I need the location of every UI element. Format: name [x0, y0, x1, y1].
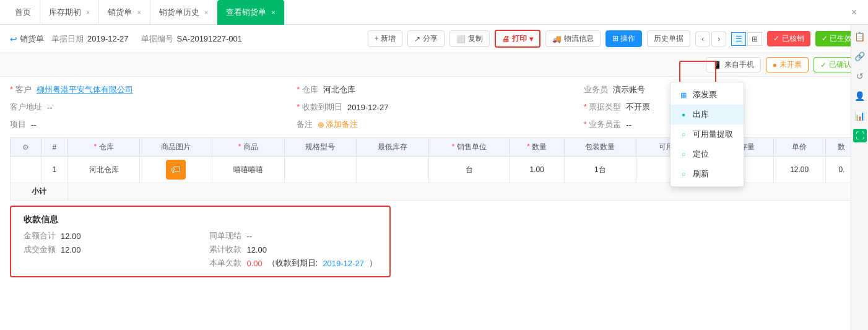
from-phone-label: 来自手机	[724, 59, 754, 70]
nav-next[interactable]: ›	[711, 32, 726, 46]
add-note-label: 添加备注	[326, 119, 358, 130]
tab-sales-history-label: 销货单历史	[159, 7, 199, 18]
tab-view-sales-label: 查看销货单	[226, 7, 266, 18]
sidebar-icon-user[interactable]: 👤	[853, 89, 867, 103]
col-spec: 规格型号	[284, 138, 357, 157]
phone-icon: 📱	[713, 61, 722, 69]
row-image: 🏷	[140, 157, 212, 183]
copy-icon: ⬜	[456, 35, 466, 43]
address-label: 客户地址	[10, 102, 42, 113]
cumulative-label: 累计收款	[209, 244, 241, 255]
due-date-row: 收款到期日 2019-12-27	[297, 102, 571, 113]
doc-meta: 单据日期 2019-12-27 单据编号 SA-20191227-001	[51, 33, 242, 45]
doc-type-label: 销货单	[20, 33, 44, 45]
sidebar-icon-refresh[interactable]: ↺	[853, 69, 867, 83]
doc-date-value: 2019-12-27	[87, 34, 129, 43]
same-order-value: --	[246, 232, 252, 241]
col-pack-qty: 包装数量	[564, 138, 636, 157]
tab-inventory-init-close[interactable]: ×	[86, 9, 90, 16]
sidebar-icon-link[interactable]: 🔗	[853, 50, 867, 63]
history-label: 历史单据	[654, 33, 684, 44]
salesperson2-label: 业务员盂	[584, 119, 622, 130]
tab-view-sales[interactable]: 查看销货单 ×	[217, 0, 284, 25]
add-note-btn[interactable]: ⊕ 添加备注	[318, 119, 358, 130]
cancelled-icon: ✓	[773, 34, 779, 43]
gear-icon: ⚙	[22, 143, 29, 152]
operation-dropdown: ▦ 添发票 ● 出库 ○ 可用量提取 ○ 定位 ○ 刷新	[670, 82, 744, 187]
doc-type: ↩ 销货单	[10, 33, 44, 45]
print-button[interactable]: 🖨 打印 ▾	[495, 30, 540, 48]
locate-label: 定位	[693, 149, 709, 160]
not-opened-icon: ●	[773, 61, 777, 69]
row-product: 嘻嘻嘻嘻	[212, 157, 284, 183]
row-settings	[11, 157, 41, 183]
share-button[interactable]: ↗ 分享	[407, 30, 445, 47]
doc-date-label: 单据日期	[51, 33, 84, 45]
tab-sales-history[interactable]: 销货单历史 ×	[150, 0, 217, 25]
new-button[interactable]: + 新增	[368, 30, 402, 47]
refresh-label: 刷新	[693, 168, 709, 180]
tab-bar: 首页 库存期初 × 销货单 × 销货单历史 × 查看销货单 × ×	[0, 0, 868, 25]
confirm-label: 已确认	[829, 59, 851, 70]
salesperson-value: 演示账号	[613, 84, 645, 95]
tab-sales-order-label: 销货单	[108, 7, 132, 18]
new-label: + 新增	[375, 33, 396, 44]
sidebar-icon-expand[interactable]: ⛶	[853, 129, 867, 142]
project-label: 项目	[10, 119, 26, 130]
effective-icon: ✓	[822, 34, 828, 43]
payment-right: 同单现结 -- 累计收款 12.00 本单欠款 0.00 （收款到期日: 201…	[209, 230, 376, 269]
history-button[interactable]: 历史单据	[647, 30, 690, 47]
doc-header-right: + 新增 ↗ 分享 ⬜ 复制 🖨 打印 ▾ 🚚 物流信息	[368, 30, 858, 48]
operation-button[interactable]: ⊞ 操作	[605, 30, 642, 47]
dropdown-add-invoice[interactable]: ▦ 添发票	[671, 85, 744, 105]
sidebar-icon-chart[interactable]: 📊	[853, 109, 867, 123]
add-invoice-icon: ▦	[679, 90, 688, 99]
tab-sales-history-close[interactable]: ×	[204, 9, 208, 16]
view-list[interactable]: ☰	[731, 32, 746, 46]
ticket-type-value: 不开票	[626, 102, 650, 113]
logistics-label: 物流信息	[564, 33, 594, 44]
view-grid[interactable]: ⊞	[747, 32, 762, 46]
tab-sales-order-close[interactable]: ×	[137, 9, 141, 16]
nav-prev[interactable]: ‹	[695, 32, 710, 46]
from-phone-btn[interactable]: 📱 来自手机	[706, 57, 761, 72]
tab-view-sales-close[interactable]: ×	[271, 9, 275, 16]
dropdown-locate[interactable]: ○ 定位	[671, 144, 744, 164]
col-warehouse: 仓库	[67, 138, 140, 157]
tab-sales-order[interactable]: 销货单 ×	[99, 0, 150, 25]
row-spec	[284, 157, 357, 183]
product-img: 🏷	[166, 160, 186, 180]
same-order-label: 同单现结	[209, 230, 241, 241]
row-min-stock	[357, 157, 429, 183]
doc-date-item: 单据日期 2019-12-27	[51, 33, 129, 45]
doc-header: ↩ 销货单 单据日期 2019-12-27 单据编号 SA-20191227-0…	[0, 25, 868, 53]
not-opened-btn[interactable]: ● 未开票	[766, 57, 809, 72]
project-row: 项目 --	[10, 119, 284, 130]
tab-home-label: 首页	[15, 7, 31, 18]
share-label: 分享	[423, 33, 438, 44]
dropdown-refresh[interactable]: ○ 刷新	[671, 164, 744, 184]
logistics-button[interactable]: 🚚 物流信息	[545, 30, 601, 47]
address-row: 客户地址 --	[10, 102, 284, 113]
salesperson-label: 业务员	[584, 84, 608, 95]
col-settings[interactable]: ⚙	[11, 138, 41, 157]
customer-value[interactable]: 柳州粤港平安气体有限公司	[37, 84, 133, 95]
dropdown-outbound[interactable]: ● 出库	[671, 105, 744, 124]
img-icon: 🏷	[171, 164, 181, 175]
tab-bar-close[interactable]: ×	[846, 7, 862, 18]
tab-inventory-init[interactable]: 库存期初 ×	[40, 0, 99, 25]
operation-icon: ⊞	[612, 34, 618, 43]
outbound-icon: ●	[679, 110, 688, 119]
copy-button[interactable]: ⬜ 复制	[449, 30, 490, 47]
cancelled-button[interactable]: ✓ 已核销	[767, 31, 810, 46]
dropdown-available-qty[interactable]: ○ 可用量提取	[671, 124, 744, 144]
project-value: --	[31, 120, 37, 129]
confirm-icon: ✓	[820, 61, 827, 69]
total-value: 12.00	[61, 232, 81, 241]
sidebar-icon-doc[interactable]: 📋	[853, 30, 867, 43]
due-date-note: 2019-12-27	[323, 259, 364, 268]
tab-home[interactable]: 首页	[6, 0, 40, 25]
transaction-value: 12.00	[61, 245, 81, 254]
row-pack-qty: 1台	[564, 157, 636, 183]
col-image: 商品图片	[140, 138, 212, 157]
